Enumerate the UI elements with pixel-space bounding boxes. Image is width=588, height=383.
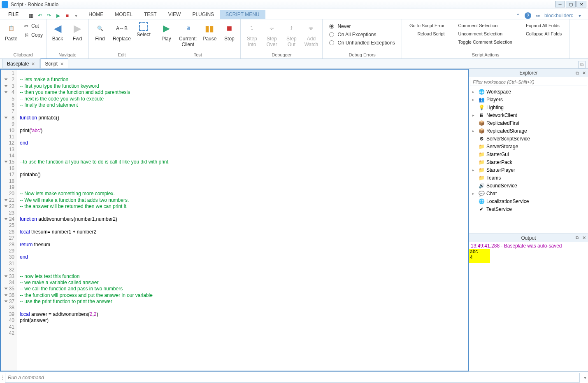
back-button[interactable]: ◀Back: [48, 20, 67, 43]
close-tab-icon[interactable]: ✕: [60, 61, 64, 67]
tree-node[interactable]: ⚙ServerScriptService: [469, 135, 588, 142]
uncomment-selection-button[interactable]: Uncomment Selection: [455, 30, 515, 37]
radio-icon: [329, 24, 334, 29]
expand-icon[interactable]: ▸: [472, 113, 476, 117]
command-input[interactable]: [5, 373, 580, 383]
tree-label: ReplicatedStorage: [486, 128, 527, 134]
never-radio[interactable]: Never: [328, 23, 396, 30]
step-into-button[interactable]: ⤵Step Into: [242, 20, 261, 49]
play-button[interactable]: ▶Play: [157, 20, 176, 43]
tree-node[interactable]: ▸🌐Workspace: [469, 88, 588, 96]
close-panel-icon[interactable]: ✕: [581, 235, 587, 241]
tree-node[interactable]: ✔TestService: [469, 205, 588, 213]
tree-node[interactable]: 💡Lighting: [469, 103, 588, 111]
copy-button[interactable]: ⎘Copy: [21, 31, 44, 39]
expand-folds-button[interactable]: Expand All Folds: [523, 22, 565, 29]
file-tab[interactable]: FILE: [2, 10, 24, 19]
minimize-button[interactable]: ─: [555, 1, 565, 7]
replace-icon: A↔B: [115, 22, 128, 35]
all-exceptions-radio[interactable]: On All Exceptions: [328, 31, 396, 38]
play-icon[interactable]: ▶: [55, 12, 61, 19]
tree-node[interactable]: ▸👥Players: [469, 96, 588, 103]
collapse-ribbon-icon[interactable]: ⌃: [515, 12, 521, 19]
undock-icon[interactable]: ⧉: [574, 70, 581, 76]
paste-button[interactable]: 📋Paste: [2, 20, 21, 43]
fwd-button[interactable]: ▶Fwd: [68, 20, 87, 43]
roblox-studio-icon: [2, 1, 8, 8]
pause-button[interactable]: ▮▮Pause: [200, 20, 219, 43]
select-button[interactable]: Select: [134, 20, 153, 39]
tab-plugins[interactable]: PLUGINS: [186, 10, 220, 19]
explorer-tree[interactable]: ▸🌐Workspace▸👥Players💡Lighting▸🖥NetworkCl…: [469, 87, 588, 234]
step-over-icon: ⤼: [265, 22, 278, 35]
unhandled-radio[interactable]: On Unhandled Exceptions: [328, 39, 396, 47]
tree-node[interactable]: ▸💬Chat: [469, 189, 588, 197]
tree-label: Workspace: [486, 89, 511, 95]
collapse-folds-button[interactable]: Collapse All Folds: [523, 30, 565, 37]
goto-script-error-button[interactable]: Go to Script Error: [406, 22, 448, 29]
tree-label: Players: [486, 97, 503, 103]
tree-node[interactable]: 📁Teams: [469, 174, 588, 182]
toggle-comment-button[interactable]: Toggle Comment Selection: [455, 38, 515, 46]
expand-icon[interactable]: ▸: [472, 168, 476, 172]
help-icon[interactable]: ?: [525, 12, 531, 19]
step-out-button[interactable]: ⤴Step Out: [282, 20, 301, 49]
tree-node[interactable]: ▸📁StarterPlayer: [469, 166, 588, 174]
grip-icon[interactable]: ⋮⋮: [0, 375, 5, 381]
stop-button[interactable]: ■Stop: [220, 20, 239, 43]
binoculars-icon: 🔍: [93, 22, 107, 35]
pause-icon: ▮▮: [203, 22, 216, 35]
tab-view[interactable]: VIEW: [163, 10, 187, 19]
undock-icon[interactable]: ⧉: [574, 235, 581, 241]
user-name[interactable]: blockbuilderc: [544, 13, 573, 19]
doctab-baseplate[interactable]: Baseplate✕: [2, 59, 40, 68]
qat-dropdown-icon[interactable]: ▾: [73, 12, 79, 19]
command-dropdown-icon[interactable]: ▾: [582, 375, 588, 381]
tab-home[interactable]: HOME: [83, 10, 109, 19]
share-icon[interactable]: ⫘: [535, 12, 541, 19]
find-button[interactable]: 🔍Find: [91, 20, 109, 43]
doctab-script[interactable]: Script✕: [40, 58, 68, 68]
close-panel-icon[interactable]: ✕: [581, 70, 587, 76]
tree-node[interactable]: 📁StarterGui: [469, 150, 588, 158]
service-icon: ✔: [478, 206, 485, 213]
expand-icon[interactable]: ▸: [472, 129, 476, 133]
tree-node[interactable]: ▸🖥NetworkClient: [469, 111, 588, 119]
new-icon[interactable]: ▥: [28, 12, 34, 19]
service-icon: 🌐: [478, 198, 485, 205]
window-layout-icon[interactable]: ⧉: [578, 61, 586, 68]
service-icon: 🖥: [478, 112, 485, 119]
comment-selection-button[interactable]: Comment Selection: [455, 22, 515, 29]
expand-icon[interactable]: ▸: [472, 90, 476, 94]
tree-node[interactable]: 📦ReplicatedFirst: [469, 119, 588, 127]
expand-icon[interactable]: ▸: [472, 98, 476, 102]
expand-icon[interactable]: ▸: [472, 192, 476, 196]
tree-node[interactable]: 🔊SoundService: [469, 182, 588, 189]
replace-button[interactable]: A↔BReplace: [110, 20, 133, 43]
undo-icon[interactable]: ↶: [37, 12, 43, 19]
tab-script-menu[interactable]: SCRIPT MENU: [220, 10, 265, 19]
tab-test[interactable]: TEST: [138, 10, 163, 19]
tab-model[interactable]: MODEL: [109, 10, 138, 19]
close-button[interactable]: ✕: [576, 1, 586, 7]
current-client-button[interactable]: 🖥Current: Client: [177, 20, 199, 49]
tree-node[interactable]: 📁StarterPack: [469, 158, 588, 166]
cut-button[interactable]: ✂Cut: [21, 22, 44, 30]
tree-node[interactable]: 🌐LocalizationService: [469, 197, 588, 205]
redo-icon[interactable]: ↷: [46, 12, 52, 19]
user-dropdown-icon[interactable]: ▾: [576, 12, 583, 19]
reload-script-button[interactable]: Reload Script: [406, 30, 448, 37]
step-out-icon: ⤴: [285, 22, 298, 35]
output-line: 4: [470, 255, 478, 260]
service-icon: 📦: [478, 128, 485, 134]
tree-node[interactable]: 📁ServerStorage: [469, 142, 588, 150]
explorer-filter-input[interactable]: [470, 78, 587, 86]
stop-icon[interactable]: ■: [64, 12, 70, 19]
code-editor[interactable]: 1234567891011121314151617181920212223242…: [0, 69, 469, 371]
code-area[interactable]: -- lets make a function-- first you type…: [17, 70, 468, 371]
tree-node[interactable]: ▸📦ReplicatedStorage: [469, 127, 588, 135]
maximize-button[interactable]: ▢: [566, 1, 576, 7]
step-over-button[interactable]: ⤼Step Over: [262, 20, 281, 49]
close-tab-icon[interactable]: ✕: [31, 61, 35, 67]
add-watch-button[interactable]: 👁Add Watch: [302, 20, 321, 49]
